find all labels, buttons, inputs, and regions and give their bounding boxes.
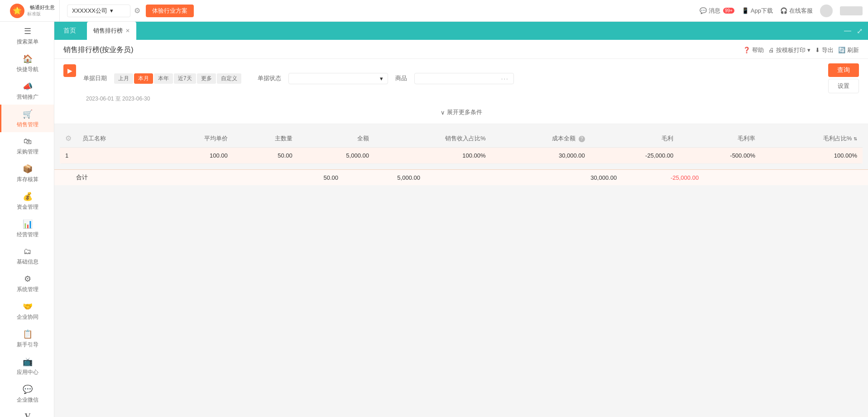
help-icon: ❓ — [743, 47, 750, 53]
goods-input[interactable]: ··· — [414, 73, 514, 84]
print-dropdown-icon: ▾ — [807, 47, 810, 53]
sidebar-item-guide[interactable]: 📋 新手引导 — [0, 325, 54, 352]
sidebar-label-base: 基础信息 — [17, 258, 38, 266]
ranking-table: ⚙ 员工名称 平均单价 主数量 全额 销售收入占比% 成本全额 ? 毛利 毛利率 — [60, 129, 863, 164]
footer-gross-pct — [781, 173, 863, 182]
footer-label: 合计 — [76, 173, 174, 182]
query-button[interactable]: 查询 — [828, 63, 859, 77]
cell-amount: 5,000.00 — [298, 148, 374, 164]
footer-avg-price — [174, 173, 256, 182]
date-btn-more[interactable]: 更多 — [197, 73, 216, 84]
export-button[interactable]: ⬇ 导出 — [815, 46, 834, 54]
tab-maximize-icon[interactable]: ⤢ — [857, 27, 863, 35]
cell-gross: -25,000.00 — [590, 148, 679, 164]
settings-icon[interactable]: ⚙ — [134, 6, 140, 15]
status-select[interactable]: ▾ — [288, 73, 388, 84]
expand-conditions-btn[interactable]: ∨ 展开更多条件 — [63, 108, 859, 116]
sidebar-item-operation[interactable]: 📊 经营管理 — [0, 215, 54, 242]
sidebar-label-guide: 新手引导 — [17, 341, 38, 349]
app-download-icon: 📱 — [742, 7, 749, 14]
settings-button[interactable]: 设置 — [828, 79, 859, 93]
sidebar-item-purchase[interactable]: 🛍 采购管理 — [0, 132, 54, 159]
sidebar-item-marketing[interactable]: 📣 营销推广 — [0, 77, 54, 105]
goods-more-icon[interactable]: ··· — [501, 75, 509, 82]
gross-pct-sort-icon[interactable]: ⇅ — [854, 136, 857, 141]
company-selector[interactable]: XXXXXX公司 ▾ — [67, 5, 130, 17]
refresh-button[interactable]: 🔄 刷新 — [838, 46, 859, 54]
footer-amount: 5,000.00 — [338, 173, 420, 182]
tab-close-icon[interactable]: ✕ — [125, 28, 130, 34]
apps-icon: 📺 — [23, 357, 33, 367]
sidebar-label-marketing: 营销推广 — [17, 93, 38, 101]
sidebar-label-quick-nav: 快捷导航 — [17, 66, 38, 73]
home-icon: 🏠 — [23, 54, 33, 64]
footer-sales-pct — [420, 173, 518, 182]
online-service-button[interactable]: 🎧 在线客服 — [780, 7, 813, 15]
cell-gross-pct: 100.00% — [761, 148, 863, 164]
help-button[interactable]: ❓ 帮助 — [743, 46, 764, 54]
sidebar-item-search[interactable]: ☰ 搜索菜单 — [0, 22, 54, 49]
base-icon: 🗂 — [24, 247, 32, 256]
sidebar-item-system[interactable]: ⚙ 系统管理 — [0, 269, 54, 297]
marketing-icon: 📣 — [23, 81, 33, 91]
inventory-icon: 📦 — [23, 164, 33, 174]
table-settings-icon[interactable]: ⚙ — [65, 134, 72, 142]
app-version: 标准版 — [27, 11, 55, 17]
user-avatar[interactable] — [820, 5, 833, 17]
sidebar-label-system: 系统管理 — [17, 286, 38, 293]
sidebar-label-inventory: 库存核算 — [17, 176, 38, 183]
app-download-button[interactable]: 📱 App下载 — [742, 7, 773, 15]
message-button[interactable]: 💬 消息 99+ — [700, 7, 734, 15]
tab-sales-ranking[interactable]: 销售排行榜 ✕ — [87, 22, 136, 40]
col-avg-price-header: 平均单价 — [155, 129, 233, 148]
status-filter-label: 单据状态 — [258, 74, 281, 82]
col-qty-header: 主数量 — [233, 129, 298, 148]
date-btn-custom[interactable]: 自定义 — [217, 73, 241, 84]
col-sales-pct-header: 销售收入占比% — [374, 129, 491, 148]
app-logo-icon: 🌟 — [10, 4, 24, 18]
search-menu-icon: ☰ — [24, 26, 31, 36]
cell-name — [77, 148, 155, 164]
corp-icon: 🤝 — [23, 302, 33, 312]
sidebar-item-vip[interactable]: V 畅会员 — [0, 407, 54, 417]
tab-home[interactable]: 首页 — [54, 22, 85, 40]
headset-icon: 🎧 — [780, 7, 787, 14]
cell-rank: 1 — [60, 148, 77, 164]
sidebar-item-quick-nav[interactable]: 🏠 快捷导航 — [0, 49, 54, 77]
sidebar-item-base[interactable]: 🗂 基础信息 — [0, 242, 54, 269]
trial-button[interactable]: 体验行业方案 — [146, 5, 194, 17]
col-gross-rate-header: 毛利率 — [679, 129, 761, 148]
sidebar-item-finance[interactable]: 💰 资金管理 — [0, 187, 54, 215]
date-btn-7days[interactable]: 近7天 — [174, 73, 196, 84]
status-select-dropdown-icon: ▾ — [380, 75, 383, 82]
refresh-icon: 🔄 — [838, 47, 845, 53]
company-name: XXXXXX公司 — [72, 7, 107, 15]
footer-gross: -25,000.00 — [617, 173, 699, 182]
print-button[interactable]: 🖨 按模板打印 ▾ — [768, 46, 810, 54]
cost-info-icon[interactable]: ? — [579, 136, 585, 142]
sidebar-item-corp[interactable]: 🤝 企业协同 — [0, 297, 54, 325]
filter-toggle-btn[interactable]: ▶ — [63, 64, 76, 77]
sidebar-item-wechat[interactable]: 💬 企业微信 — [0, 380, 54, 407]
operation-icon: 📊 — [23, 219, 33, 229]
sales-icon: 🛒 — [23, 109, 33, 119]
sidebar-label-sales: 销售管理 — [17, 121, 38, 129]
sidebar-label-search: 搜索菜单 — [17, 38, 38, 46]
col-settings[interactable]: ⚙ — [60, 129, 77, 148]
cell-gross-rate: -500.00% — [679, 148, 761, 164]
sidebar-item-inventory[interactable]: 📦 库存核算 — [0, 159, 54, 187]
tab-minimize-icon[interactable]: — — [844, 27, 851, 35]
page-title: 销售排行榜(按业务员) — [63, 45, 134, 55]
sidebar-item-sales[interactable]: 🛒 销售管理 — [0, 105, 54, 132]
sidebar-item-apps[interactable]: 📺 应用中心 — [0, 352, 54, 380]
sidebar-label-purchase: 采购管理 — [17, 148, 38, 156]
date-btn-current-year[interactable]: 本年 — [154, 73, 173, 84]
col-gross-pct-header: 毛利占比% ⇅ — [761, 129, 863, 148]
user-name-placeholder — [840, 6, 863, 15]
date-btn-last-month[interactable]: 上月 — [114, 73, 133, 84]
date-btn-current-month[interactable]: 本月 — [134, 73, 153, 84]
footer-gross-rate — [699, 173, 781, 182]
message-icon: 💬 — [700, 7, 707, 14]
goods-filter-label: 商品 — [395, 74, 407, 82]
dropdown-icon: ▾ — [110, 7, 113, 14]
